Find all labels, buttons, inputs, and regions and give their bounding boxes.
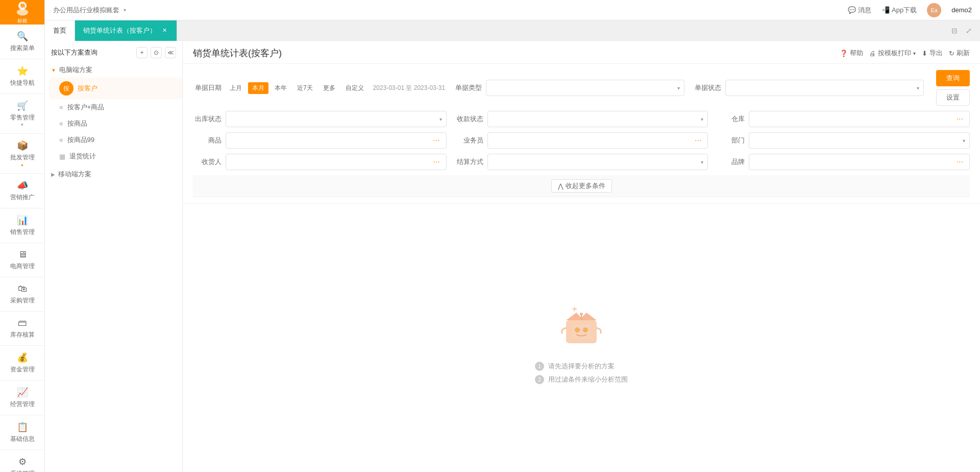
user-avatar[interactable]: Ea — [927, 3, 941, 17]
date-tab-this-month[interactable]: 本月 — [248, 82, 268, 94]
sidebar-item-label-retail: 零售管理 — [10, 113, 35, 122]
export-button[interactable]: ⬇ 导出 — [922, 49, 943, 58]
sidebar-item-sales[interactable]: 📊 销售管理 — [0, 208, 45, 243]
top-bar-left: 办公用品行业模拟账套 ▾ — [53, 6, 126, 15]
sidebar-item-label-operations: 经营管理 — [10, 400, 35, 409]
finance-icon: 💰 — [17, 352, 28, 363]
window-controls: ⊟ ⤢ — [949, 26, 980, 36]
salesperson-dots[interactable]: ··· — [693, 136, 703, 145]
scheme-item-by-goods-99[interactable]: ≡ 按商品99 — [49, 132, 182, 148]
maximize-button[interactable]: ⤢ — [964, 26, 974, 36]
collapse-panel-button[interactable]: ≪ — [165, 47, 176, 58]
settings-button[interactable]: 设置 — [936, 89, 970, 106]
doc-type-arrow: ▾ — [677, 85, 680, 91]
content-area: 按以下方案查询 + ⊙ ≪ ▼ 电脑端方案 按 — [45, 41, 980, 472]
sidebar-item-finance[interactable]: 💰 资金管理 — [0, 346, 45, 381]
scheme-item-by-goods[interactable]: ≡ 按商品 — [49, 115, 182, 132]
add-scheme-button[interactable]: + — [136, 47, 148, 58]
warehouse-dots[interactable]: ··· — [954, 114, 965, 124]
date-tab-more[interactable]: 更多 — [319, 82, 339, 94]
date-tab-this-year[interactable]: 本年 — [271, 82, 291, 94]
item-icon-1: ≡ — [59, 104, 63, 111]
receipt-status-label: 收款状态 — [455, 114, 483, 124]
left-panel-actions: + ⊙ ≪ — [136, 47, 176, 58]
brand-dots[interactable]: ··· — [954, 157, 965, 167]
department-label: 部门 — [716, 136, 745, 145]
scheme-item-return-stat[interactable]: ▦ 退货统计 — [49, 148, 182, 164]
filter-doc-status: 单据状态 ▾ — [693, 80, 924, 96]
app-download-button[interactable]: 📲 App下载 — [881, 6, 917, 15]
date-tab-7days[interactable]: 近7天 — [293, 82, 317, 94]
section-desktop-label: 电脑端方案 — [59, 65, 92, 75]
sidebar-item-basic-info[interactable]: 📋 基础信息 — [0, 415, 45, 450]
out-status-label: 出库状态 — [193, 114, 222, 124]
help-icon: ❓ — [840, 50, 848, 57]
sidebar-item-operations[interactable]: 📈 经营管理 — [0, 381, 45, 415]
search-button[interactable]: 查询 — [936, 70, 970, 86]
sidebar-item-purchase[interactable]: 🛍 采购管理 — [0, 277, 45, 312]
message-button[interactable]: 💬 消息 — [848, 6, 871, 15]
filter-doc-type: 单据类型 ▾ — [453, 80, 684, 96]
brand-select[interactable]: ··· — [749, 154, 970, 170]
tab-close-button[interactable]: ✕ — [160, 27, 168, 35]
logo[interactable]: 畅 标账 — [0, 0, 45, 25]
sidebar-item-quick-nav[interactable]: ⭐ 快捷导航 — [0, 59, 45, 94]
print-button[interactable]: 🖨 按模板打印 ▾ — [869, 49, 916, 58]
sidebar-item-system[interactable]: ⚙ 系统管理 — [0, 450, 45, 472]
sales-icon: 📊 — [17, 215, 28, 226]
user-name[interactable]: demo2 — [951, 6, 972, 14]
out-status-select[interactable]: ▾ — [226, 111, 447, 127]
sidebar: 畅 标账 🔍 搜索菜单 ⭐ 快捷导航 🛒 零售管理 ▾ 📦 批发管理 ▴ 📣 营… — [0, 0, 45, 472]
goods-dots[interactable]: ··· — [431, 136, 442, 145]
doc-type-label: 单据类型 — [453, 83, 482, 92]
help-button[interactable]: ❓ 帮助 — [840, 49, 863, 58]
date-tab-last-month[interactable]: 上月 — [226, 82, 246, 94]
minimize-button[interactable]: ⊟ — [949, 26, 960, 36]
payment-arrow: ▾ — [701, 159, 703, 165]
scheme-item-by-customer-goods[interactable]: ≡ 按客户+商品 — [49, 99, 182, 115]
ecommerce-icon: 🖥 — [18, 249, 27, 260]
logo-text: 标账 — [17, 17, 28, 25]
filter-row-1: 单据日期 上月 本月 本年 近7天 更多 自定义 2023-03-01 至 20… — [193, 70, 970, 106]
filter-salesperson: 业务员 ··· — [455, 132, 708, 149]
tab-sales-stat[interactable]: 销货单统计表（按客户） ✕ — [75, 20, 177, 41]
sidebar-item-marketing[interactable]: 📣 营销推广 — [0, 174, 45, 208]
sidebar-item-retail[interactable]: 🛒 零售管理 ▾ — [0, 94, 45, 134]
date-filter-control: 上月 本月 本年 近7天 更多 自定义 2023-03-01 至 2023-03… — [226, 82, 445, 94]
warehouse-select[interactable]: ··· — [749, 111, 970, 127]
sidebar-item-inventory[interactable]: 🗃 库存核算 — [0, 312, 45, 346]
salesperson-select[interactable]: ··· — [487, 132, 708, 149]
marketing-icon: 📣 — [17, 180, 28, 191]
scheme-item-by-customer[interactable]: 按 按客户 — [49, 78, 182, 99]
filter-out-status: 出库状态 ▾ — [193, 111, 447, 127]
receiver-dots[interactable]: ··· — [431, 157, 442, 167]
goods-label: 商品 — [193, 136, 222, 145]
empty-svg — [551, 292, 612, 353]
filter-warehouse: 仓库 ··· — [716, 111, 970, 127]
sidebar-item-wholesale[interactable]: 📦 批发管理 ▴ — [0, 134, 45, 174]
empty-tips: 1 请先选择要分析的方案 2 用过滤条件来缩小分析范围 — [535, 362, 628, 384]
date-tab-custom[interactable]: 自定义 — [341, 82, 368, 94]
filter-payment-method: 结算方式 ▾ — [455, 154, 708, 170]
section-desktop-toggle[interactable]: ▼ 电脑端方案 — [45, 62, 182, 78]
section-mobile-toggle[interactable]: ▶ 移动端方案 — [45, 167, 182, 182]
doc-type-select[interactable]: ▾ — [486, 80, 684, 96]
tab-home[interactable]: 首页 — [45, 20, 75, 41]
collapse-bar[interactable]: ⋀ 收起更多条件 — [193, 175, 970, 197]
payment-method-select[interactable]: ▾ — [487, 154, 708, 170]
doc-status-select[interactable]: ▾ — [725, 80, 924, 96]
scheme-item-label-goods: 按商品 — [67, 119, 87, 128]
receiver-select[interactable]: ··· — [226, 154, 447, 170]
collapse-button[interactable]: ⋀ 收起更多条件 — [551, 179, 612, 193]
goods-select[interactable]: ··· — [226, 132, 447, 149]
industry-dropdown-icon[interactable]: ▾ — [124, 7, 126, 13]
scheme-items-desktop: 按 按客户 ≡ 按客户+商品 ≡ 按商品 — [45, 78, 182, 164]
top-bar-right: 💬 消息 📲 App下载 Ea demo2 — [848, 3, 972, 17]
receipt-status-select[interactable]: ▾ — [487, 111, 708, 127]
refresh-button[interactable]: ↻ 刷新 — [949, 49, 970, 58]
sidebar-item-label-wholesale: 批发管理 — [10, 153, 35, 162]
sidebar-item-ecommerce[interactable]: 🖥 电商管理 — [0, 243, 45, 277]
department-select[interactable]: ▾ — [749, 132, 970, 149]
sidebar-item-search-menu[interactable]: 🔍 搜索菜单 — [0, 25, 45, 59]
scheme-settings-button[interactable]: ⊙ — [151, 47, 162, 58]
